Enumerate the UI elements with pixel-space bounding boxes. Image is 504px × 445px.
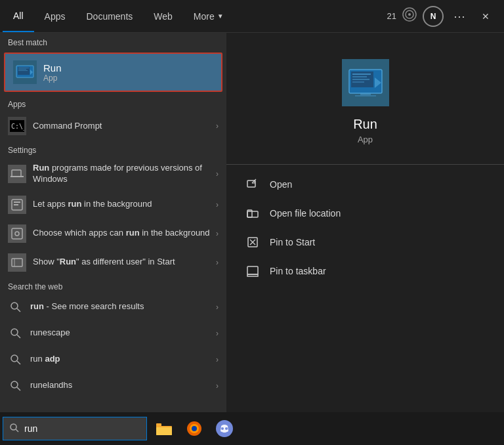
svg-rect-11 [12,170,21,177]
svg-rect-12 [10,176,24,177]
svg-point-53 [192,426,197,431]
chevron-right-icon-1: › [216,169,219,179]
svg-rect-6 [18,69,26,70]
best-match-label: Best match [0,33,226,50]
actions-list: Open Open file location [226,165,504,291]
svg-rect-44 [247,266,258,274]
app-detail-type: App [358,135,373,144]
settings-item-2-label: Choose which apps can run in the backgro… [33,228,216,239]
notification-badge: 21 [387,11,396,21]
svg-text:C:\_: C:\_ [11,123,24,131]
svg-point-55 [221,427,224,430]
web-search-runadp[interactable]: run adp › [0,347,226,373]
best-match-title: Run [43,62,62,74]
open-file-location-icon [245,205,261,221]
taskbar-apps [150,414,239,443]
tab-web[interactable]: Web [143,0,183,32]
best-match-text: Run App [43,62,62,83]
web-search-runelandhs[interactable]: runelandhs › [0,373,226,399]
svg-rect-14 [14,201,20,203]
chevron-right-icon-6: › [216,329,219,338]
tab-apps[interactable]: Apps [34,0,76,32]
content-area: Best match Run App [0,33,504,445]
action-open[interactable]: Open [242,170,488,199]
run-big-icon [342,59,389,106]
action-open-label: Open [270,179,292,190]
chevron-right-icon-4: › [216,258,219,267]
svg-point-24 [11,355,18,362]
taskbar-discord[interactable] [210,414,239,443]
nav-bar: All Apps Documents Web More ▼ 21 [0,0,504,33]
taskbar: run [0,412,504,445]
taskbar-firefox[interactable] [180,414,209,443]
settings-item-1[interactable]: Let apps run in the background › [0,190,226,219]
svg-rect-15 [14,204,18,205]
achievement-icon[interactable] [402,7,417,26]
svg-rect-32 [352,79,369,80]
settings-item-2[interactable]: Choose which apps can run in the backgro… [0,219,226,248]
svg-point-46 [10,424,16,430]
web-search-runescape-label: runescape [30,328,216,339]
tab-documents[interactable]: Documents [75,0,143,32]
chevron-right-icon-8: › [216,381,219,391]
chevron-right-icon-7: › [216,355,219,364]
action-open-file-location-label: Open file location [270,208,341,219]
action-pin-taskbar[interactable]: Pin to taskbar [242,257,488,286]
settings-item-3[interactable]: Show "Run" as different user" in Start › [0,248,226,277]
svg-line-27 [17,387,20,391]
svg-rect-40 [247,211,258,217]
pin-taskbar-icon [245,263,261,279]
start-menu: All Apps Documents Web More ▼ 21 [0,0,504,445]
chevron-right-icon-5: › [216,303,219,312]
chevron-right-icon: › [216,121,219,131]
settings-item-0[interactable]: Run programs made for previous versions … [0,158,226,190]
web-search-run[interactable]: run - See more search results › [0,294,226,320]
search-web-label: Search the web [0,277,226,294]
left-panel: Best match Run App [0,33,226,445]
app-detail-name: Run [353,117,377,132]
svg-rect-33 [352,81,364,83]
run-app-icon [13,60,37,84]
settings-bg-icon [8,196,26,214]
taskbar-search-box[interactable]: run [3,417,147,440]
svg-line-25 [17,361,20,364]
user-avatar[interactable]: N [423,6,444,27]
taskbar-file-explorer[interactable] [150,414,178,443]
best-match-run[interactable]: Run App [4,53,222,92]
settings-item-1-label: Let apps run in the background [33,199,216,210]
more-options-button[interactable]: ⋯ [449,6,470,27]
svg-rect-31 [352,76,367,77]
svg-rect-7 [18,70,28,71]
search-icon-2 [8,352,24,368]
taskbar-search-icon [10,423,19,434]
svg-rect-30 [352,74,371,75]
action-open-file-location[interactable]: Open file location [242,199,488,228]
svg-rect-45 [247,274,258,276]
command-prompt-item[interactable]: C:\_ Command Prompt › [0,112,226,140]
settings-show-icon [8,253,26,272]
tab-all[interactable]: All [3,0,34,32]
search-icon-0 [8,299,24,315]
svg-rect-36 [355,95,376,96]
settings-section-label: Settings [0,140,226,158]
svg-point-26 [11,381,18,388]
app-detail-top: Run App [226,33,504,164]
search-icon-3 [8,378,24,394]
settings-choose-icon [8,224,26,243]
svg-rect-18 [12,259,22,266]
svg-rect-16 [12,228,22,239]
svg-rect-5 [18,68,29,68]
web-search-runelandhs-label: runelandhs [30,380,216,391]
command-prompt-label: Command Prompt [33,121,216,132]
settings-compat-icon [8,165,26,183]
web-search-runescape[interactable]: runescape › [0,320,226,347]
action-pin-start[interactable]: Pin to Start [242,228,488,257]
search-box-value: run [24,423,37,434]
search-icon-1 [8,326,24,341]
tab-more[interactable]: More ▼ [183,0,234,32]
action-pin-taskbar-label: Pin to taskbar [270,266,326,276]
close-button[interactable]: ✕ [475,6,496,27]
web-search-run-label: run - See more search results [30,301,216,312]
svg-line-47 [16,429,18,432]
nav-right: 21 N ⋯ ✕ [387,6,504,27]
